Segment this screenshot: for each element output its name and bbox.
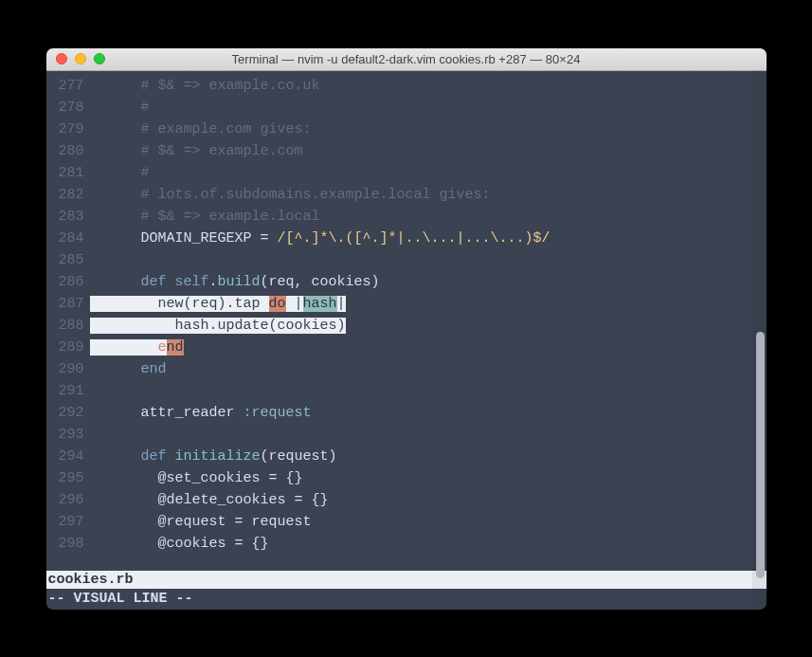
line-number: 288	[46, 315, 90, 337]
code-row: 280 # $& => example.com	[46, 140, 767, 162]
code-text: # $& => example.co.uk	[90, 75, 767, 97]
line-number: 282	[46, 184, 90, 206]
line-number: 295	[46, 467, 90, 489]
line-number: 278	[46, 97, 90, 119]
code-text: DOMAIN_REGEXP = /[^.]*\.([^.]*|..\...|..…	[90, 228, 767, 249]
code-text: attr_reader :request	[90, 402, 767, 424]
terminal-body[interactable]: 277 # $& => example.co.uk 278 # 279 # ex…	[46, 71, 767, 610]
code-row: 278 #	[46, 97, 767, 119]
code-row: 294 def initialize(request)	[46, 446, 767, 467]
window-title: Terminal — nvim -u default2-dark.vim coo…	[46, 52, 767, 66]
line-number: 281	[46, 162, 90, 184]
line-number: 298	[46, 533, 90, 555]
code-row: 290 end	[46, 358, 767, 380]
code-text: @request = request	[90, 511, 767, 533]
code-row: 282 # lots.of.subdomains.example.local g…	[46, 184, 767, 206]
line-number: 289	[46, 337, 90, 358]
line-number: 293	[46, 424, 90, 446]
line-number: 290	[46, 358, 90, 380]
code-text: #	[90, 162, 767, 184]
line-number: 280	[46, 140, 90, 162]
code-text	[90, 424, 767, 446]
code-row: 283 # $& => example.local	[46, 206, 767, 228]
status-filename: cookies.rb	[48, 572, 134, 588]
code-text: # example.com gives:	[90, 119, 767, 140]
code-text: # lots.of.subdomains.example.local gives…	[90, 184, 767, 206]
editor-area[interactable]: 277 # $& => example.co.uk 278 # 279 # ex…	[46, 71, 767, 571]
code-row: 298 @cookies = {}	[46, 533, 767, 555]
code-row: 296 @delete_cookies = {}	[46, 489, 767, 511]
mode-line: -- VISUAL LINE --	[46, 589, 767, 610]
terminal-window: Terminal — nvim -u default2-dark.vim coo…	[46, 48, 767, 610]
code-row: 297 @request = request	[46, 511, 767, 533]
scrollbar-thumb[interactable]	[756, 332, 765, 578]
mode-text: -- VISUAL LINE --	[48, 591, 193, 607]
code-text: # $& => example.com	[90, 140, 767, 162]
code-row: 293	[46, 424, 767, 446]
code-row: 295 @set_cookies = {}	[46, 467, 767, 489]
code-row: 279 # example.com gives:	[46, 119, 767, 140]
code-text	[90, 249, 767, 271]
code-row-selected: 287 new(req).tap do |hash|	[46, 293, 767, 315]
titlebar: Terminal — nvim -u default2-dark.vim coo…	[46, 48, 767, 71]
code-row: 291	[46, 380, 767, 402]
code-text	[90, 380, 767, 402]
code-text: end	[90, 337, 767, 358]
code-text: #	[90, 97, 767, 119]
code-text: new(req).tap do |hash|	[90, 293, 767, 315]
line-number: 286	[46, 271, 90, 293]
line-number: 294	[46, 446, 90, 467]
code-text: @cookies = {}	[90, 533, 767, 555]
status-bar: cookies.rb	[46, 571, 767, 589]
code-text: end	[90, 358, 767, 380]
line-number: 277	[46, 75, 90, 97]
code-row-selected: 289 end	[46, 337, 767, 358]
code-text: hash.update(cookies)	[90, 315, 767, 337]
line-number: 283	[46, 206, 90, 228]
code-text: def self.build(req, cookies)	[90, 271, 767, 293]
line-number: 296	[46, 489, 90, 511]
code-row: 285	[46, 249, 767, 271]
code-row-selected: 288 hash.update(cookies)	[46, 315, 767, 337]
code-row: 277 # $& => example.co.uk	[46, 75, 767, 97]
scrollbar-track[interactable]	[752, 71, 767, 610]
code-row: 284 DOMAIN_REGEXP = /[^.]*\.([^.]*|..\..…	[46, 228, 767, 249]
line-number: 285	[46, 249, 90, 271]
line-number: 297	[46, 511, 90, 533]
code-row: 281 #	[46, 162, 767, 184]
line-number: 279	[46, 119, 90, 140]
line-number: 284	[46, 228, 90, 249]
code-text: @delete_cookies = {}	[90, 489, 767, 511]
code-row: 292 attr_reader :request	[46, 402, 767, 424]
line-number: 287	[46, 293, 90, 315]
code-text: # $& => example.local	[90, 206, 767, 228]
code-text: @set_cookies = {}	[90, 467, 767, 489]
line-number: 292	[46, 402, 90, 424]
code-row: 286 def self.build(req, cookies)	[46, 271, 767, 293]
line-number: 291	[46, 380, 90, 402]
code-text: def initialize(request)	[90, 446, 767, 467]
